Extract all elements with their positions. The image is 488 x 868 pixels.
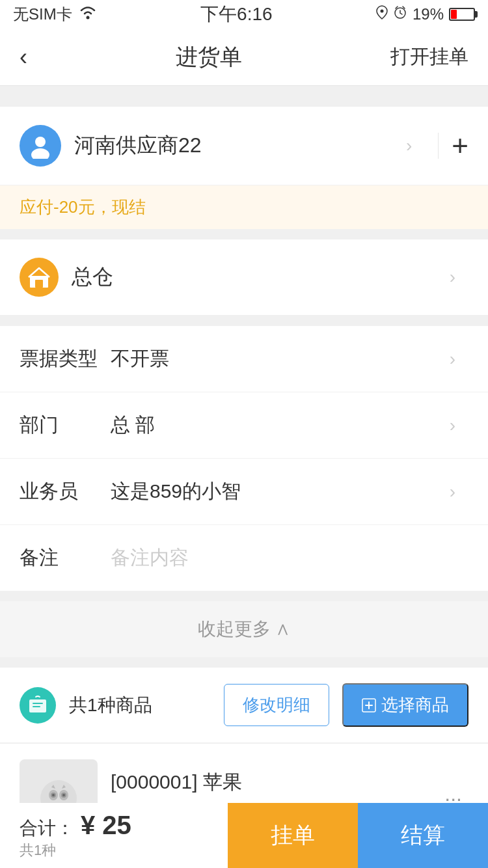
location-icon xyxy=(376,5,388,23)
supplier-chevron-icon: › xyxy=(406,135,412,156)
remarks-row[interactable]: 备注 备注内容 xyxy=(0,524,488,591)
carrier-text: 无SIM卡 xyxy=(13,4,72,25)
page-title: 进货单 xyxy=(176,42,242,72)
product-count: 共1种商品 xyxy=(69,693,211,718)
svg-point-1 xyxy=(380,10,383,13)
product-icon xyxy=(20,687,56,724)
hang-button[interactable]: 挂单 xyxy=(228,803,358,868)
warehouse-name: 总仓 xyxy=(72,263,450,292)
total-label-row: 合计： ¥ 25 xyxy=(20,811,208,841)
salesman-row[interactable]: 业务员 这是859的小智 › xyxy=(0,458,488,524)
notice-text: 应付-20元，现结 xyxy=(20,197,146,217)
divider-1 xyxy=(0,86,488,96)
status-bar: 无SIM卡 下午6:16 19% xyxy=(0,0,488,29)
battery-icon xyxy=(449,8,475,21)
collapse-text: 收起更多 ∧ xyxy=(198,617,291,642)
remarks-label: 备注 xyxy=(20,545,98,571)
bottom-bar: 合计： ¥ 25 共1种 挂单 结算 xyxy=(0,803,488,868)
collapse-button[interactable]: 收起更多 ∧ xyxy=(0,601,488,657)
svg-point-3 xyxy=(35,137,46,147)
supplier-section: 河南供应商22 › + 应付-20元，现结 xyxy=(0,107,488,229)
add-supplier-button[interactable]: + xyxy=(452,131,468,160)
form-section: 票据类型 不开票 › 部门 总 部 › 业务员 这是859的小智 › 备注 备注… xyxy=(0,325,488,591)
status-left: 无SIM卡 xyxy=(13,4,97,25)
dept-row[interactable]: 部门 总 部 › xyxy=(0,392,488,458)
dept-value: 总 部 xyxy=(98,412,450,439)
notice-bar: 应付-20元，现结 xyxy=(0,185,488,229)
divider-vertical xyxy=(438,133,439,159)
edit-detail-button[interactable]: 修改明细 xyxy=(224,684,329,726)
warehouse-icon xyxy=(20,258,59,297)
checkout-button[interactable]: 结算 xyxy=(358,803,488,868)
supplier-avatar xyxy=(20,125,61,167)
back-button[interactable]: ‹ xyxy=(20,44,27,71)
warehouse-row[interactable]: 总仓 › xyxy=(0,239,488,315)
supplier-name: 河南供应商22 xyxy=(74,131,406,160)
battery-text: 19% xyxy=(413,5,444,23)
status-right: 19% xyxy=(376,5,475,23)
total-area: 合计： ¥ 25 共1种 xyxy=(0,803,228,868)
salesman-label: 业务员 xyxy=(20,478,98,505)
svg-point-0 xyxy=(86,16,89,20)
invoice-type-label: 票据类型 xyxy=(20,346,98,372)
total-sub: 共1种 xyxy=(20,841,208,860)
salesman-value: 这是859的小智 xyxy=(98,478,450,505)
invoice-type-row[interactable]: 票据类型 不开票 › xyxy=(0,325,488,392)
total-amount: ¥ 25 xyxy=(81,811,131,840)
remarks-input[interactable]: 备注内容 xyxy=(98,545,468,571)
product-header: 共1种商品 修改明细 选择商品 xyxy=(0,668,488,742)
open-hang-button[interactable]: 打开挂单 xyxy=(390,44,468,70)
wifi-icon xyxy=(79,5,97,23)
supplier-row[interactable]: 河南供应商22 › + xyxy=(0,107,488,185)
product-name: [0000001] 苹果 xyxy=(111,769,425,796)
select-product-label: 选择商品 xyxy=(381,694,449,716)
nav-bar: ‹ 进货单 打开挂单 xyxy=(0,29,488,86)
status-time: 下午6:16 xyxy=(200,2,273,27)
invoice-type-value: 不开票 xyxy=(98,346,450,372)
svg-point-4 xyxy=(31,148,49,159)
warehouse-chevron-icon: › xyxy=(450,267,455,288)
svg-rect-6 xyxy=(35,280,43,288)
svg-point-15 xyxy=(62,794,65,796)
salesman-chevron-icon: › xyxy=(450,481,455,502)
dept-label: 部门 xyxy=(20,412,98,439)
dept-chevron-icon: › xyxy=(450,415,455,436)
total-label: 合计： xyxy=(20,816,74,841)
svg-point-14 xyxy=(52,794,55,796)
select-product-button[interactable]: 选择商品 xyxy=(342,683,468,727)
invoice-type-chevron-icon: › xyxy=(450,349,455,370)
warehouse-section: 总仓 › xyxy=(0,239,488,315)
alarm-icon xyxy=(393,5,407,23)
